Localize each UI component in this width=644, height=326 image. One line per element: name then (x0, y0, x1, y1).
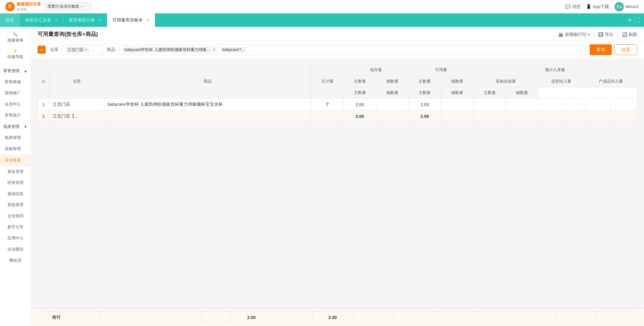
sidebar-item-enterprise[interactable]: 企业协同 (0, 211, 31, 222)
th-settings[interactable]: ⚙ (38, 64, 49, 99)
tab-receive-summary-close[interactable]: ✕ (55, 18, 58, 22)
table-cell: 2.00 (344, 110, 376, 122)
setting-button[interactable]: 设置 (614, 44, 637, 55)
print-btn[interactable]: 🖨️ 按模板打印 ▾ (558, 32, 590, 38)
sidebar-item-procurement-label: 采购管理 (5, 146, 21, 151)
footer-stock-main: 2.00 (231, 312, 272, 323)
sidebar-search-label: 搜索菜单 (7, 38, 23, 43)
filter-actions: 查询 设置 (590, 44, 637, 55)
tab-available-stock-close[interactable]: ✕ (146, 18, 149, 22)
sidebar: 🔍 搜索菜单 ⚡ 快捷导航 零售管理 ▲ 零售商城 营销推广 会员中心 (0, 27, 31, 326)
message-btn[interactable]: 💬 消息 (565, 4, 581, 10)
tab-order-stats[interactable]: 要货单统计表 ✕ (63, 13, 107, 27)
refresh-btn[interactable]: 🔄 刷新 (622, 32, 637, 38)
sidebar-item-marketing-label: 营销推广 (5, 91, 21, 95)
sidebar-item-wechat[interactable]: 企业微信 (0, 244, 31, 255)
sidebar-section-retail-header[interactable]: 零售管理 ▲ (0, 65, 31, 77)
sidebar-item-procurement[interactable]: 采购管理 (0, 143, 31, 154)
warehouse-ellipsis[interactable]: ··· (91, 47, 95, 52)
user-area[interactable]: Ea demo2 (614, 2, 639, 11)
sidebar-item-quick-nav[interactable]: ⚡ 快捷导航 (0, 46, 31, 62)
tab-receive-summary[interactable]: 收发存汇总表 ✕ (20, 13, 63, 27)
th-available-group: 可用量 (409, 64, 473, 76)
sidebar-section-retail-label: 零售管理 (3, 68, 19, 74)
app-download-label: App下载 (593, 4, 609, 10)
table-cell (611, 99, 637, 110)
sidebar-item-retail-mall-label: 零售商城 (5, 80, 21, 84)
product-ellipsis[interactable]: ··· (249, 47, 253, 52)
main-layout: 🔍 搜索菜单 ⚡ 快捷导航 零售管理 ▲ 零售商城 营销推广 会员中心 (0, 27, 644, 326)
filter-toggle-btn[interactable]: » (38, 46, 46, 54)
quick-nav-icon: ⚡ (13, 49, 18, 53)
logo-icon: 好 (5, 2, 15, 11)
sidebar-item-operations[interactable]: 经营管理 (0, 177, 31, 188)
sidebar-item-new-guide[interactable]: 新手引导 (0, 222, 31, 233)
sidebar-item-inventory-label: 库存核算 (5, 157, 21, 163)
nav-tabs: 首页 收发存汇总表 ✕ 要货单统计表 ✕ 可用量库存账本 ✕ ✕ ⛶ (0, 13, 644, 27)
table-cell (311, 110, 344, 122)
sidebar-item-inventory[interactable]: 库存核算 (0, 155, 31, 166)
product-tag2-text: babycare?... (222, 47, 245, 52)
tab-order-stats-close[interactable]: ✕ (98, 18, 101, 22)
sidebar-item-search[interactable]: 🔍 搜索菜单 (0, 30, 31, 46)
table-cell (473, 99, 506, 110)
print-label: 按模板打印 (565, 32, 587, 38)
sidebar-item-member2[interactable]: 畅会员 (0, 255, 31, 266)
export-btn[interactable]: ⬆️ 导出 (598, 32, 613, 38)
footer-avail-main: 2.00 (312, 312, 353, 323)
page-header: 可用量查询(按仓库+商品) 🖨️ 按模板打印 ▾ ⬆️ 导出 🔄 刷新 (31, 27, 644, 41)
sidebar-item-app-center[interactable]: 应用中心 (0, 233, 31, 244)
table-cell (473, 110, 506, 122)
query-button[interactable]: 查询 (590, 44, 612, 55)
tab-expand-icon[interactable]: ⛶ (635, 17, 640, 23)
tab-close-all-icon[interactable]: ✕ (628, 17, 632, 24)
sidebar-item-system[interactable]: 系统管理 (0, 199, 31, 211)
export-label: 导出 (605, 32, 613, 38)
print-icon: 🖨️ (558, 32, 564, 37)
logo-text-block: 畅捷通好生意 标准版 (17, 1, 41, 12)
table-cell: 江北门店 (49, 99, 104, 110)
th-purchase-group: 采购在途量 (473, 76, 538, 87)
sidebar-section-wholesale-header[interactable]: 批发管理 ▼ (0, 121, 31, 132)
page-actions: 🖨️ 按模板打印 ▾ ⬆️ 导出 🔄 刷新 (558, 32, 637, 38)
sidebar-item-retail-mall[interactable]: 零售商城 (0, 77, 31, 88)
settings-icon[interactable]: ⚙ (41, 79, 46, 84)
warehouse-input[interactable]: 江北门店 ✕ ··· (62, 45, 103, 55)
sidebar-item-new-guide-label: 新手引导 (7, 225, 23, 229)
th-production-main: 主数量 (473, 87, 506, 99)
username: demo2 (625, 4, 639, 9)
sidebar-section-retail: 零售管理 ▲ 零售商城 营销推广 会员中心 零售统计 (0, 65, 31, 121)
logo-title: 畅捷通好生意 (17, 1, 41, 7)
sidebar-item-finance[interactable]: 资金管理 (0, 166, 31, 177)
table-cell (441, 110, 474, 122)
sidebar-item-member-label: 会员中心 (5, 102, 21, 106)
sidebar-item-ecommerce[interactable]: 电商管理 (0, 132, 31, 143)
table-area: ⚙ 仓库 商品 主计量 现存量 可用量 预计入库量 主数量 辅数量 主数量 辅数… (31, 59, 644, 308)
sidebar-item-marketing[interactable]: 营销推广 (0, 88, 31, 99)
org-name: 母婴行业演示账套 (47, 4, 79, 9)
chevron-up-icon: ▲ (24, 69, 27, 73)
filter-toggle-icon: » (40, 47, 43, 52)
table-cell (376, 99, 409, 110)
table-cell (441, 99, 474, 110)
tab-available-stock[interactable]: 可用量库存账本 ✕ (107, 13, 155, 27)
product-tag1-remove[interactable]: ✕ (213, 48, 216, 52)
content-area: 可用量查询(按仓库+商品) 🖨️ 按模板打印 ▾ ⬆️ 导出 🔄 刷新 (31, 27, 644, 326)
table-cell: 2.00 (344, 99, 376, 110)
warehouse-tag-remove[interactable]: ✕ (85, 48, 88, 52)
product-input[interactable]: babycare学饮杯 儿童防摔防撞吸管杯重力球吸嘴杯宝宝水杯 ✕ babyca… (119, 45, 586, 55)
sidebar-section-inventory: 库存核算 (0, 155, 31, 166)
th-purchase-main: 主数量 (344, 87, 376, 99)
table-cell: 2.00 (409, 99, 441, 110)
avatar-text: Ea (617, 4, 622, 9)
tab-home[interactable]: 首页 (0, 13, 20, 27)
org-selector[interactable]: 母婴行业演示账套 ▾ (44, 2, 91, 11)
sidebar-section-wholesale: 批发管理 ▼ 电商管理 采购管理 (0, 121, 31, 155)
th-production-group: 产成品待入量 (584, 76, 637, 87)
app-download-btn[interactable]: 📱 App下载 (586, 4, 609, 10)
print-chevron-icon: ▾ (588, 33, 590, 36)
sidebar-item-basic-info[interactable]: 基础信息 (0, 188, 31, 199)
sidebar-item-member[interactable]: 会员中心 (0, 99, 31, 110)
sidebar-item-retail-stats[interactable]: 零售统计 (0, 110, 31, 121)
refresh-label: 刷新 (629, 32, 637, 38)
